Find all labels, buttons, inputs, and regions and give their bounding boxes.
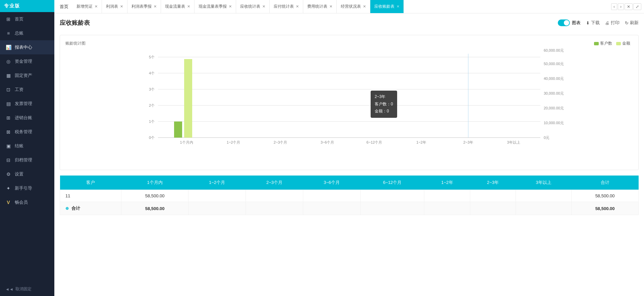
refresh-button[interactable]: ↻ 刷新	[625, 20, 639, 26]
page-header: 应收账龄表 图表 ⬇ 下载 🖨 打印 ↻ 刷新	[60, 19, 639, 30]
sidebar-item-assets[interactable]: ▦ 固定资产	[0, 68, 54, 83]
tab-cashflow-label: 现金流量表	[165, 4, 185, 9]
table-header-row: 客户 1个月内 1~2个月 2~3个月 3~6个月 6~12个月 1~2年 2~…	[60, 176, 639, 190]
assets-icon: ▦	[5, 73, 11, 78]
sidebar-item-vip[interactable]: V 畅会员	[0, 195, 54, 209]
page-actions: 图表 ⬇ 下载 🖨 打印 ↻ 刷新	[558, 19, 639, 26]
legend-amount-dot	[616, 42, 621, 45]
row-y3	[470, 190, 516, 202]
tabs-next-button[interactable]: ›	[618, 3, 624, 10]
row-y2	[424, 190, 470, 202]
sidebar-item-funds[interactable]: ◎ 资金管理	[0, 54, 54, 68]
tab-profit-season-close[interactable]: ✕	[154, 4, 157, 9]
tab-ap-stat-close[interactable]: ✕	[296, 4, 299, 9]
svg-text:3个: 3个	[149, 87, 155, 91]
sidebar-item-label: 设置	[15, 171, 23, 177]
tab-home[interactable]: 首页	[56, 0, 72, 13]
download-label: 下载	[591, 20, 600, 26]
sidebar-item-reports[interactable]: 📊 报表中心	[0, 40, 54, 54]
bar-amount-1[interactable]	[184, 59, 192, 138]
row-customer: 11	[60, 190, 121, 202]
tab-ar-aging-close[interactable]: ✕	[396, 4, 399, 9]
tab-ar-stat[interactable]: 应收统计表 ✕	[236, 0, 270, 13]
sidebar-item-tax[interactable]: ⊠ 税务管理	[0, 125, 54, 139]
total-m12	[361, 202, 424, 215]
print-button[interactable]: 🖨 打印	[605, 20, 620, 26]
page-area: 应收账龄表 图表 ⬇ 下载 🖨 打印 ↻ 刷新	[54, 13, 644, 296]
total-total: 58,500.00	[572, 202, 639, 215]
sidebar-item-invoice[interactable]: ▤ 发票管理	[0, 97, 54, 111]
tab-expense-close[interactable]: ✕	[329, 4, 332, 9]
tab-cashflow-season[interactable]: 现金流量表季报 ✕	[195, 0, 236, 13]
svg-text:40,000.00元: 40,000.00元	[544, 77, 564, 81]
tab-ar-aging[interactable]: 应收账龄表 ✕	[370, 0, 404, 13]
legend-customer-dot	[594, 42, 599, 45]
sidebar-item-salary[interactable]: ⊡ 工资	[0, 83, 54, 97]
sidebar-toggle-pin[interactable]: ◄◄ 取消固定	[0, 282, 54, 296]
tab-profit-close[interactable]: ✕	[120, 4, 123, 9]
col-m2: 1~2个月	[189, 176, 246, 190]
chart-toggle[interactable]: 图表	[558, 19, 581, 26]
tabs-prev-button[interactable]: ‹	[611, 3, 617, 10]
sidebar-item-ledger[interactable]: ≡ 总账	[0, 26, 54, 40]
tabs-expand-button[interactable]: ⤢	[633, 3, 641, 10]
bar-customer-1[interactable]	[174, 121, 182, 138]
sidebar-item-settings[interactable]: ⚙ 设置	[0, 167, 54, 181]
pin-label: 取消固定	[15, 286, 32, 292]
total-y2	[424, 202, 470, 215]
tab-cashflow[interactable]: 现金流量表 ✕	[161, 0, 195, 13]
row-m6	[303, 190, 361, 202]
tab-ap-stat[interactable]: 应付统计表 ✕	[270, 0, 303, 13]
download-icon: ⬇	[586, 20, 590, 26]
col-m3: 2~3个月	[246, 176, 303, 190]
tab-profit[interactable]: 利润表 ✕	[102, 0, 127, 13]
svg-text:2~3个月: 2~3个月	[274, 140, 287, 144]
tab-ar-stat-close[interactable]: ✕	[262, 4, 265, 9]
print-icon: 🖨	[605, 20, 609, 26]
svg-text:1~2个月: 1~2个月	[227, 140, 240, 144]
tab-home-label: 首页	[60, 4, 68, 10]
tab-voucher-close[interactable]: ✕	[95, 4, 98, 9]
sidebar-item-label: 税务管理	[15, 129, 32, 135]
tab-voucher[interactable]: 新增凭证 ✕	[72, 0, 102, 13]
tab-operation-close[interactable]: ✕	[363, 4, 366, 9]
sidebar-item-close[interactable]: ▣ 结账	[0, 139, 54, 153]
sidebar-item-guide[interactable]: ✦ 新手引导	[0, 181, 54, 195]
sidebar-item-archive[interactable]: ⊟ 归档管理	[0, 153, 54, 167]
sidebar-item-label: 工资	[15, 87, 23, 93]
tab-cashflow-season-close[interactable]: ✕	[229, 4, 232, 9]
toggle-track[interactable]	[558, 19, 570, 26]
total-label: 合计	[71, 206, 80, 211]
tab-voucher-label: 新增凭证	[76, 4, 93, 9]
sidebar-item-home[interactable]: ⊞ 首页	[0, 12, 54, 26]
row-m12	[361, 190, 424, 202]
download-button[interactable]: ⬇ 下载	[586, 20, 600, 26]
sidebar-item-sales[interactable]: ⊞ 进销台账	[0, 111, 54, 125]
chart-toggle-label: 图表	[572, 20, 581, 26]
tab-profit-label: 利润表	[106, 4, 118, 9]
tab-profit-season[interactable]: 利润表季报 ✕	[127, 0, 161, 13]
sidebar-item-label: 固定资产	[15, 72, 32, 79]
print-label: 打印	[611, 20, 620, 26]
chart-legend: 客户数 金额	[594, 41, 630, 46]
svg-text:30,000.00元: 30,000.00元	[544, 91, 564, 95]
svg-text:1个月内: 1个月内	[180, 140, 193, 144]
row-y3plus	[516, 190, 572, 202]
reports-icon: 📊	[5, 45, 11, 50]
tabs-close-button[interactable]: ✕	[625, 3, 633, 10]
sidebar-item-label: 新手引导	[15, 185, 32, 191]
tab-operation[interactable]: 经营状况表 ✕	[337, 0, 370, 13]
tab-ar-stat-label: 应收统计表	[240, 4, 260, 9]
row-m1: 58,500.00	[121, 190, 189, 202]
tab-expense[interactable]: 费用统计表 ✕	[303, 0, 337, 13]
sidebar-item-label: 首页	[15, 16, 23, 22]
total-m3	[246, 202, 303, 215]
row-m3	[246, 190, 303, 202]
tab-cashflow-close[interactable]: ✕	[187, 4, 190, 9]
tabs-bar: 首页 新增凭证 ✕ 利润表 ✕ 利润表季报 ✕ 现金流量表 ✕ 现金流量表季报 …	[54, 0, 644, 13]
total-m6	[303, 202, 361, 215]
table-total-row: ⊕ 合计 58,500.00 58,500.00	[60, 202, 639, 215]
svg-text:60,000.00元: 60,000.00元	[544, 48, 564, 52]
refresh-icon: ↻	[625, 20, 629, 26]
tab-expense-label: 费用统计表	[307, 4, 327, 9]
